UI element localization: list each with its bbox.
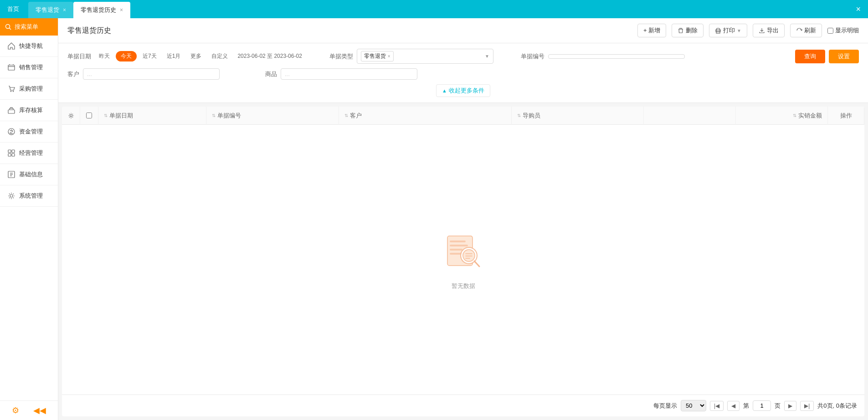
th-order[interactable]: ⇅ 单据编号 [206,107,339,125]
search-icon [5,23,12,31]
page-input[interactable] [753,400,771,411]
th-op: 操作 [828,107,864,125]
export-icon [759,27,765,34]
tab-retail-return-history[interactable]: 零售退货历史 × [73,2,130,18]
svg-rect-23 [450,241,466,242]
empty-illustration [436,229,491,275]
th-customer-label: 客户 [350,112,362,120]
th-spacer [644,107,736,125]
refresh-button[interactable]: 刷新 [790,24,822,37]
select-all-checkbox[interactable] [86,113,92,118]
operation-icon [7,149,15,157]
date-btn-7days[interactable]: 近7天 [139,51,161,61]
sales-label: 销售管理 [19,63,43,72]
show-detail-checkbox-label[interactable]: 显示明细 [827,26,859,35]
purchase-icon [7,85,15,93]
sort-customer-icon: ⇅ [344,113,348,118]
th-checkbox[interactable] [80,107,98,125]
basic-icon [7,170,15,179]
customer-filter: 客户 ... [67,68,220,80]
date-btn-more[interactable]: 更多 [186,51,205,61]
filter-row-1: 单据日期 昨天 今天 近7天 近1月 更多 自定义 2023-06-02 至 2… [67,49,859,64]
goods-placeholder: ... [285,71,290,77]
sales-icon [7,63,15,72]
th-op-label: 操作 [840,112,852,120]
tab-home-label: 首页 [7,5,19,13]
tab-retail-return-history-close[interactable]: × [120,7,123,13]
sidebar-item-basic-info[interactable]: 基础信息 [0,164,58,185]
date-btn-today[interactable]: 今天 [116,51,137,61]
type-tag-value: 零售退货 [364,52,386,60]
search-menu-label: 搜索菜单 [15,23,38,31]
type-tag-close[interactable]: × [388,54,390,59]
inventory-label: 库存核算 [19,106,43,114]
svg-point-6 [10,91,11,92]
sidebar-footer: ⚙ ◀◀ [0,400,58,420]
total-text: 共0页, 0条记录 [817,402,857,410]
type-select-dropdown-icon[interactable]: ▼ [485,54,489,59]
tab-retail-return[interactable]: 零售退货 × [28,2,73,18]
search-box[interactable]: 搜索菜单 [0,18,58,36]
query-button[interactable]: 查询 [795,50,825,63]
order-input[interactable] [548,54,685,59]
sidebar-item-purchase[interactable]: 采购管理 [0,78,58,100]
last-page-button[interactable]: ▶| [800,401,814,411]
sidebar-item-quick-nav[interactable]: 快捷导航 [0,36,58,57]
export-button[interactable]: 导出 [753,24,785,37]
date-btn-yesterday[interactable]: 昨天 [95,51,114,61]
first-page-button[interactable]: |◀ [710,401,724,411]
date-range-value: 2023-06-02 至 2023-06-02 [237,52,302,60]
sidebar-item-operation[interactable]: 经营管理 [0,143,58,164]
order-filter: 单据编号 [521,52,685,61]
goods-input[interactable]: ... [281,68,417,80]
collapse-label: 收起更多条件 [449,87,484,95]
date-btn-1month[interactable]: 近1月 [163,51,185,61]
sidebar-item-sales[interactable]: 销售管理 [0,57,58,78]
th-amount[interactable]: ⇅ 实销金额 [736,107,828,125]
customer-placeholder: ... [87,71,92,77]
th-customer[interactable]: ⇅ 客户 [339,107,512,125]
collapse-up-icon: ▲ [442,88,447,93]
empty-text: 暂无数据 [452,282,475,290]
svg-point-7 [13,91,14,92]
top-bar: 首页 零售退货 × 零售退货历史 × × [0,0,868,18]
print-button[interactable]: 打印 ▼ [709,24,747,37]
print-dropdown-icon[interactable]: ▼ [737,28,741,33]
delete-button[interactable]: 删除 [672,24,704,37]
filter-area: 单据日期 昨天 今天 近7天 近1月 更多 自定义 2023-06-02 至 2… [58,43,868,103]
table-header: ⇅ 单据日期 ⇅ 单据编号 ⇅ 客户 ⇅ 导购员 ⇅ 实销 [62,107,864,125]
date-btn-custom[interactable]: 自定义 [207,51,232,61]
type-select[interactable]: 零售退货 × ▼ [357,49,493,64]
th-guide[interactable]: ⇅ 导购员 [512,107,644,125]
export-label: 导出 [767,26,779,35]
collapse-sidebar-icon[interactable]: ◀◀ [33,405,46,415]
show-detail-checkbox[interactable] [827,28,833,34]
settings-gear-icon[interactable]: ⚙ [12,405,19,415]
add-button[interactable]: + 新增 [637,24,666,37]
window-close-button[interactable]: × [848,0,868,18]
sort-date-icon: ⇅ [104,113,108,118]
settings-button[interactable]: 设置 [829,50,859,63]
th-date[interactable]: ⇅ 单据日期 [98,107,206,125]
collapse-filter-button[interactable]: ▲ 收起更多条件 [436,84,490,97]
sidebar-item-system[interactable]: 系统管理 [0,185,58,207]
date-filter-label: 单据日期 [67,52,91,61]
finance-icon [7,128,15,136]
svg-point-21 [70,114,72,117]
table-area: ⇅ 单据日期 ⇅ 单据编号 ⇅ 客户 ⇅ 导购员 ⇅ 实销 [62,107,864,416]
delete-label: 删除 [686,26,698,35]
home-icon [7,42,15,50]
prev-page-button[interactable]: ◀ [727,401,740,411]
tab-retail-return-label: 零售退货 [36,6,59,14]
next-page-button[interactable]: ▶ [784,401,796,411]
svg-rect-8 [8,110,15,113]
page-size-select[interactable]: 50 100 200 [681,400,706,411]
sidebar-item-inventory[interactable]: 库存核算 [0,100,58,121]
customer-input[interactable]: ... [83,68,220,80]
sidebar-item-finance[interactable]: 资金管理 [0,121,58,143]
tab-home[interactable]: 首页 [0,0,26,18]
tab-retail-return-close[interactable]: × [63,7,66,13]
th-settings[interactable] [62,107,80,125]
svg-rect-11 [12,150,15,153]
th-guide-label: 导购员 [523,112,540,120]
